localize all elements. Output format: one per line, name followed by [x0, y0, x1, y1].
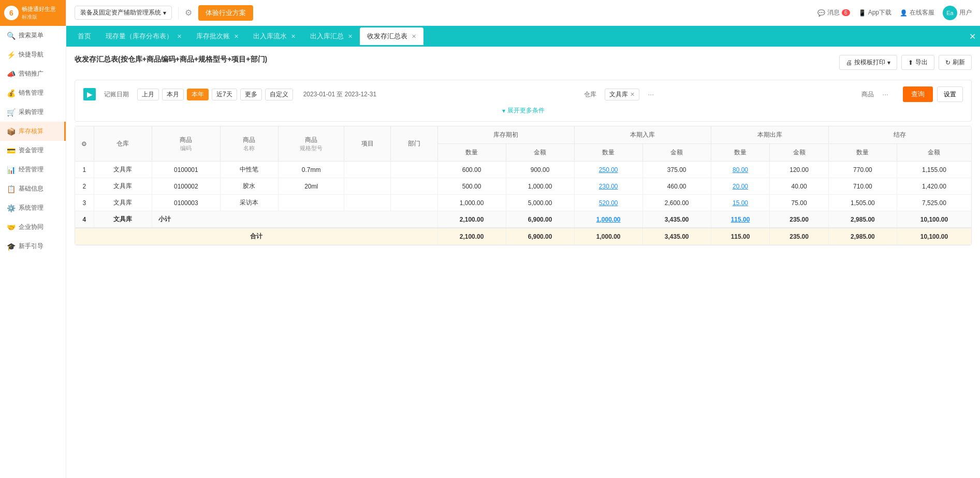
sidebar-icon-6: 💳: [6, 147, 16, 155]
sidebar: 6 畅捷通好生意 标准版 🔍搜索菜单⚡快捷导航📣营销推广💰销售管理🛒采购管理📦库…: [0, 0, 66, 478]
message-label: 消息: [827, 8, 840, 17]
sidebar-label-6: 资金管理: [19, 146, 43, 155]
product-filter-label: 商品: [861, 90, 874, 99]
sidebar-label-4: 采购管理: [19, 108, 43, 117]
date-btn-more[interactable]: 更多: [240, 89, 262, 100]
subtotal-warehouse: 文具库: [94, 211, 152, 228]
cell-balance-qty: 710.00: [828, 178, 897, 195]
th-out-amount: 金额: [770, 144, 829, 162]
tab-close-2[interactable]: ✕: [234, 33, 239, 40]
cell-seq: 1: [75, 162, 94, 178]
cell-department: [391, 162, 437, 178]
sidebar-item-8[interactable]: 📋基础信息: [0, 179, 66, 198]
refresh-icon: ↻: [945, 59, 950, 66]
expand-filter-btn[interactable]: ▾ 展开更多条件: [502, 106, 545, 115]
tab-3[interactable]: 出入库流水✕: [246, 27, 303, 45]
th-out: 本期出库: [711, 126, 828, 144]
online-service-item[interactable]: 👤 在线客服: [900, 8, 934, 17]
sidebar-item-9[interactable]: ⚙️系统管理: [0, 198, 66, 218]
export-label: 导出: [915, 58, 928, 67]
tab-4[interactable]: 出入库汇总✕: [303, 27, 360, 45]
experience-btn[interactable]: 体验行业方案: [198, 5, 253, 21]
th-gear[interactable]: ⚙: [75, 126, 94, 162]
export-btn[interactable]: ⬆ 导出: [901, 55, 934, 70]
sidebar-item-5[interactable]: 📦库存核算: [0, 122, 66, 141]
cell-department: [391, 195, 437, 211]
user-label: 用户: [959, 8, 972, 17]
sidebar-label-5: 库存核算: [19, 127, 43, 136]
message-item[interactable]: 💬 消息 6: [817, 8, 850, 17]
content-area: 收发存汇总表(按仓库+商品编码+商品+规格型号+项目+部门) 🖨 按模板打印 ▾…: [66, 47, 980, 478]
export-icon: ⬆: [908, 59, 913, 66]
expand-label: 展开更多条件: [507, 106, 545, 115]
sidebar-item-3[interactable]: 💰销售管理: [0, 83, 66, 103]
app-download-item[interactable]: 📱 App下载: [858, 8, 891, 17]
sidebar-item-0[interactable]: 🔍搜索菜单: [0, 26, 66, 45]
date-btn-custom[interactable]: 自定义: [265, 89, 293, 100]
data-table: ⚙ 仓库 商品编码 商品名称 商品规格型号 项目 部门 库存期初 本期入库 本期…: [75, 126, 971, 245]
sidebar-item-6[interactable]: 💳资金管理: [0, 141, 66, 160]
total-out-qty: 115.00: [711, 228, 770, 245]
sidebar-item-10[interactable]: 🤝企业协同: [0, 218, 66, 237]
sidebar-item-1[interactable]: ⚡快捷导航: [0, 45, 66, 64]
query-btn[interactable]: 查询: [903, 86, 933, 102]
tab-close-3[interactable]: ✕: [291, 33, 296, 40]
warehouse-more-dots[interactable]: ···: [648, 90, 654, 98]
sidebar-item-2[interactable]: 📣营销推广: [0, 64, 66, 83]
user-item[interactable]: Ea 用户: [943, 6, 972, 20]
cell-balance-amount: 1,155.00: [897, 162, 971, 178]
cell-warehouse: 文具库: [94, 162, 152, 178]
close-all-tabs-btn[interactable]: ✕: [969, 32, 976, 41]
sidebar-item-11[interactable]: 🎓新手引导: [0, 237, 66, 256]
subtotal-in-qty: 1,000.00: [574, 211, 642, 228]
tab-0[interactable]: 首页: [70, 27, 98, 45]
th-balance: 结存: [828, 126, 971, 144]
cell-opening-amount: 5,000.00: [506, 195, 574, 211]
filter-toggle-btn[interactable]: ▶: [83, 88, 96, 100]
warehouse-value: 文具库: [609, 90, 628, 99]
tab-close-4[interactable]: ✕: [348, 33, 353, 40]
cell-out-qty: 20.00: [711, 178, 770, 195]
cell-out-qty: 80.00: [711, 162, 770, 178]
filter-row-1: ▶ 记账日期 上月 本月 本年 近7天 更多 自定义 2023-01-01 至 …: [83, 86, 963, 102]
sidebar-item-7[interactable]: 📊经营管理: [0, 160, 66, 179]
tab-label-1: 现存量（库存分布表）: [106, 32, 173, 41]
data-table-container: ⚙ 仓库 商品编码 商品名称 商品规格型号 项目 部门 库存期初 本期入库 本期…: [75, 126, 972, 245]
tab-1[interactable]: 现存量（库存分布表）✕: [98, 27, 189, 45]
tab-label-0: 首页: [78, 32, 91, 41]
gear-icon[interactable]: ⚙: [185, 8, 192, 18]
date-btn-last-month[interactable]: 上月: [137, 89, 159, 100]
warehouse-tag-close[interactable]: ✕: [630, 91, 635, 98]
subtotal-seq: 4: [75, 211, 94, 228]
subtotal-out-qty: 115.00: [711, 211, 770, 228]
print-label: 按模板打印: [854, 58, 885, 67]
print-btn[interactable]: 🖨 按模板打印 ▾: [839, 55, 897, 70]
cell-product-name: 胶水: [220, 178, 278, 195]
app-download-label: App下载: [868, 8, 891, 17]
system-selector[interactable]: 装备及固定资产辅助管理系统 ▾: [75, 6, 172, 20]
cell-opening-amount: 1,000.00: [506, 178, 574, 195]
date-btn-this-year[interactable]: 本年: [187, 89, 209, 100]
settings-btn[interactable]: 设置: [937, 86, 963, 102]
tab-5[interactable]: 收发存汇总表✕: [360, 27, 423, 45]
tab-label-2: 库存批次账: [196, 32, 230, 41]
product-more-dots[interactable]: ···: [882, 90, 888, 98]
date-btn-7days[interactable]: 近7天: [212, 89, 237, 100]
tab-close-1[interactable]: ✕: [177, 33, 182, 40]
total-balance-qty: 2,985.00: [828, 228, 897, 245]
sidebar-icon-4: 🛒: [6, 108, 16, 117]
cell-balance-amount: 1,420.00: [897, 178, 971, 195]
refresh-label: 刷新: [953, 58, 965, 67]
tab-2[interactable]: 库存批次账✕: [189, 27, 246, 45]
refresh-btn[interactable]: ↻ 刷新: [939, 55, 972, 70]
date-btn-this-month[interactable]: 本月: [162, 89, 184, 100]
total-in-qty: 1,000.00: [574, 228, 642, 245]
tab-label-5: 收发存汇总表: [367, 32, 407, 41]
tab-close-5[interactable]: ✕: [412, 33, 416, 40]
topbar-right: 💬 消息 6 📱 App下载 👤 在线客服 Ea 用户: [817, 6, 972, 20]
subtotal-in-amount: 3,435.00: [642, 211, 711, 228]
sidebar-item-4[interactable]: 🛒采购管理: [0, 103, 66, 122]
sidebar-label-10: 企业协同: [19, 223, 43, 231]
sidebar-label-3: 销售管理: [19, 89, 43, 97]
cell-product-spec: 20ml: [279, 178, 344, 195]
